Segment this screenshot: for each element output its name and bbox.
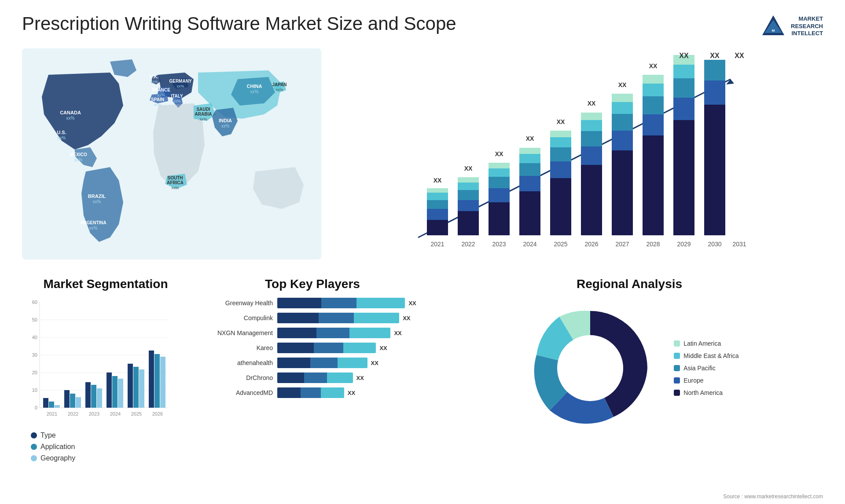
logo-text: MARKET RESEARCH INTELLECT (791, 15, 823, 38)
svg-rect-66 (550, 131, 571, 137)
player-name: Kareo (202, 344, 273, 351)
svg-rect-69 (581, 146, 602, 165)
bar-seg3 (349, 328, 390, 338)
player-name: athenahealth (202, 359, 273, 366)
player-bar-wrap: XX (277, 387, 422, 398)
svg-text:0: 0 (35, 405, 37, 410)
svg-rect-62 (550, 178, 571, 235)
svg-text:M: M (772, 29, 775, 33)
bar-xx: XX (408, 300, 416, 307)
svg-rect-77 (612, 102, 633, 114)
map-container: CANADA xx% U.S. xx% MEXICO xx% BRAZIL xx… (22, 48, 321, 264)
svg-text:INDIA: INDIA (219, 118, 232, 123)
svg-rect-57 (519, 176, 540, 191)
player-bar (277, 313, 399, 323)
svg-rect-130 (97, 388, 102, 408)
svg-text:xx%: xx% (221, 124, 230, 128)
bar-xx: XX (394, 330, 401, 336)
legend-dot-na (674, 390, 680, 396)
svg-rect-81 (643, 114, 664, 135)
svg-rect-127 (76, 397, 81, 408)
svg-text:XX: XX (495, 150, 503, 157)
svg-text:ARGENTINA: ARGENTINA (80, 220, 106, 225)
bar-seg3 (354, 313, 399, 323)
player-bar (277, 387, 344, 398)
svg-text:xx%: xx% (58, 135, 66, 140)
svg-text:2024: 2024 (110, 411, 121, 416)
bar-seg3 (321, 387, 344, 398)
player-name: NXGN Management (202, 329, 273, 336)
svg-rect-132 (112, 376, 118, 408)
svg-rect-88 (673, 78, 694, 98)
svg-text:SPAIN: SPAIN (151, 97, 164, 102)
svg-rect-38 (427, 220, 448, 235)
svg-text:xx%: xx% (157, 93, 165, 97)
svg-rect-128 (85, 382, 91, 408)
svg-rect-133 (118, 379, 123, 408)
svg-rect-51 (489, 188, 510, 202)
regional-title: Regional Analysis (436, 277, 823, 291)
svg-text:2027: 2027 (615, 241, 629, 248)
seg-title: Market Segmentation (22, 277, 189, 291)
svg-text:XX: XX (464, 165, 473, 172)
svg-rect-65 (550, 137, 571, 147)
svg-text:2023: 2023 (89, 411, 99, 416)
svg-text:XX: XX (618, 81, 627, 88)
donut-container: Latin America Middle East & Africa Asia … (436, 298, 823, 438)
svg-text:XX: XX (557, 118, 565, 125)
svg-text:xx%: xx% (173, 99, 180, 103)
svg-text:60: 60 (32, 299, 37, 305)
bar-seg2 (301, 387, 320, 398)
legend-dot-mea (674, 353, 680, 359)
legend-type: Type (31, 431, 189, 439)
legend-dot-type (31, 432, 37, 438)
player-bar-wrap: XX (277, 298, 422, 308)
svg-rect-60 (519, 148, 540, 154)
player-row: DrChrono XX (202, 373, 422, 383)
svg-text:2030: 2030 (708, 241, 721, 248)
seg-legend: Type Application Geography (22, 431, 189, 462)
svg-text:2025: 2025 (131, 411, 142, 416)
svg-rect-123 (49, 402, 54, 408)
page-container: Prescription Writing Software Market Siz… (0, 0, 845, 504)
svg-rect-91 (704, 105, 725, 235)
legend-dot-latin (674, 340, 680, 347)
player-row: athenahealth XX (202, 358, 422, 368)
logo: M MARKET RESEARCH INTELLECT (760, 13, 823, 40)
bar-seg3 (338, 358, 367, 368)
regional-legend: Latin America Middle East & Africa Asia … (674, 340, 738, 396)
svg-rect-46 (458, 190, 479, 200)
donut-chart-svg (520, 298, 661, 438)
svg-rect-63 (550, 161, 571, 178)
svg-rect-41 (427, 193, 448, 200)
svg-rect-40 (427, 200, 448, 209)
svg-rect-54 (489, 163, 510, 168)
player-row: Greenway Health XX (202, 298, 422, 308)
svg-text:2028: 2028 (646, 241, 660, 248)
player-row: Compulink XX (202, 313, 422, 323)
seg-chart-svg: 0 10 20 30 40 50 60 (22, 298, 176, 425)
player-row: Kareo XX (202, 343, 422, 353)
page-title: Prescription Writing Software Market Siz… (22, 13, 456, 34)
svg-text:xx%: xx% (199, 117, 207, 121)
player-bar (277, 298, 405, 308)
legend-north-america: North America (674, 389, 738, 396)
player-bar (277, 358, 367, 368)
bar-seg2 (304, 373, 327, 383)
world-map-svg: CANADA xx% U.S. xx% MEXICO xx% BRAZIL xx… (22, 48, 321, 259)
svg-rect-137 (149, 351, 154, 408)
bar-seg3 (327, 373, 353, 383)
players-list: Greenway Health XX Compulink (202, 298, 422, 398)
svg-text:40: 40 (32, 335, 37, 340)
svg-text:U.K.: U.K. (150, 74, 158, 79)
bar-seg2 (314, 343, 343, 353)
svg-text:xx%: xx% (89, 226, 98, 230)
header: Prescription Writing Software Market Siz… (22, 13, 823, 40)
svg-text:50: 50 (32, 317, 37, 322)
svg-text:XX: XX (649, 62, 658, 69)
svg-text:xx%: xx% (66, 116, 75, 121)
svg-rect-135 (133, 367, 139, 408)
source-text: Source : www.marketresearchintellect.com (723, 493, 823, 500)
svg-text:AFRICA: AFRICA (167, 180, 184, 185)
svg-text:2021: 2021 (430, 241, 444, 248)
